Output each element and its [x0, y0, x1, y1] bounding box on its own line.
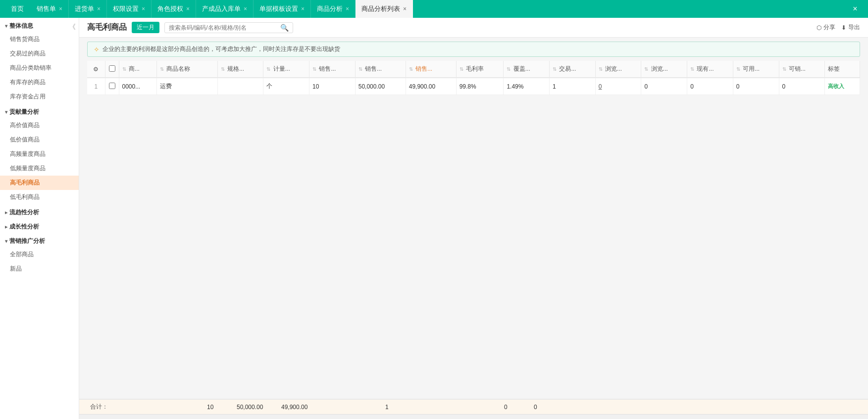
row-checkbox[interactable] — [109, 83, 115, 89]
header-actions: ⬡ 分享 ⬇ 导出 — [817, 23, 860, 32]
sidebar-group-marketing[interactable]: ▾ 营销推广分析 — [0, 233, 79, 247]
nav-tab-template[interactable]: 单据模板设置 × — [254, 0, 311, 18]
sort-icon: ⇅ — [599, 66, 603, 72]
col-current-stock[interactable]: ⇅ 现有... — [687, 61, 733, 78]
footer-label: 合计： — [87, 403, 108, 411]
sort-icon: ⇅ — [460, 66, 463, 72]
export-button[interactable]: ⬇ 导出 — [841, 23, 860, 32]
col-tag[interactable]: 标签 — [825, 61, 860, 78]
horizontal-scrollbar[interactable] — [79, 414, 868, 419]
period-button[interactable]: 近一月 — [132, 22, 159, 33]
cell-coverage: 1.49% — [504, 78, 550, 95]
footer-trade-count: 1 — [382, 404, 412, 411]
sidebar-group-overall[interactable]: ▾ 整体信息 — [0, 18, 79, 32]
col-coverage[interactable]: ⇅ 覆盖... — [504, 61, 550, 78]
col-gross-rate[interactable]: ⇅ 毛利率 — [456, 61, 504, 78]
table-row: 1 0000... 运费 个 10 50,000.00 49,900.00 99… — [87, 78, 860, 95]
chevron-down-icon: ▾ — [5, 238, 7, 244]
sidebar-item-inventory-goods[interactable]: 有库存的商品 — [0, 75, 79, 90]
table-wrapper: ⚙ ⇅ 商... ⇅ 商品名称 — [79, 61, 868, 399]
sidebar-group-wealth[interactable]: ▾ 贡献量分析 — [0, 104, 79, 118]
footer-available: 0 — [501, 404, 531, 411]
sidebar-item-low-margin[interactable]: 低毛利商品 — [0, 190, 79, 204]
col-browse2[interactable]: ⇅ 浏览... — [641, 61, 687, 78]
close-icon[interactable]: × — [346, 5, 349, 12]
sidebar-collapse-button[interactable]: 《 — [69, 23, 76, 32]
chevron-down-icon: ▾ — [5, 109, 7, 115]
footer-saleable: 0 — [531, 404, 561, 411]
close-icon[interactable]: × — [186, 5, 190, 12]
col-browse1[interactable]: ⇅ 浏览... — [595, 61, 641, 78]
close-icon[interactable]: × — [142, 5, 145, 12]
sidebar-item-inventory-occupy[interactable]: 库存资金占用 — [0, 90, 79, 104]
col-sales-qty[interactable]: ⇅ 销售... — [309, 61, 356, 78]
content-area: 高毛利商品 近一月 🔍 ⬡ 分享 ⬇ 导出 ✧ 企业的主要的利润都是这部分商品创… — [79, 18, 868, 419]
close-icon[interactable]: × — [97, 5, 101, 12]
sidebar-item-all-goods[interactable]: 全部商品 — [0, 247, 79, 262]
select-all-checkbox[interactable] — [109, 65, 115, 72]
nav-tab-analysis[interactable]: 商品分析 × — [311, 0, 356, 18]
col-spec[interactable]: ⇅ 规格... — [217, 61, 263, 78]
data-table: ⚙ ⇅ 商... ⇅ 商品名称 — [87, 61, 860, 95]
page-title: 高毛利商品 — [87, 22, 127, 33]
col-sales-amount[interactable]: ⇅ 销售... — [355, 61, 406, 78]
search-icon[interactable]: 🔍 — [280, 24, 289, 32]
cell-browse1[interactable]: 0 — [595, 78, 641, 95]
cell-saleable: 0 — [779, 78, 825, 95]
close-icon[interactable]: × — [59, 5, 62, 12]
sidebar-item-traded-goods[interactable]: 交易过的商品 — [0, 47, 79, 61]
sidebar-item-high-value[interactable]: 高价值商品 — [0, 118, 79, 133]
close-icon[interactable]: × — [244, 5, 247, 12]
nav-tab-sales[interactable]: 销售单 × — [31, 0, 69, 18]
cell-tag: 高收入 — [825, 78, 860, 95]
cell-num: 1 — [87, 78, 105, 95]
search-input[interactable] — [169, 24, 280, 31]
info-text: 企业的主要的利润都是这部分商品创造的，可考虑加大推广，同时关注库存是不要出现缺货 — [102, 45, 340, 53]
sidebar-item-sales-goods[interactable]: 销售货商品 — [0, 32, 79, 47]
col-sales-cost[interactable]: ⇅ 销售... — [406, 61, 456, 78]
close-icon[interactable]: × — [301, 5, 305, 12]
cell-spec — [217, 78, 263, 95]
close-all-button[interactable]: × — [846, 0, 864, 18]
nav-tab-permissions[interactable]: 权限设置 × — [107, 0, 152, 18]
sort-icon: ⇅ — [507, 66, 511, 72]
col-name[interactable]: ⇅ 商品名称 — [156, 61, 217, 78]
footer-sales-amount: 50,000.00 — [234, 404, 278, 411]
col-settings[interactable]: ⚙ — [87, 61, 105, 78]
sidebar-item-low-value[interactable]: 低价值商品 — [0, 133, 79, 147]
col-available[interactable]: ⇅ 可用... — [733, 61, 779, 78]
col-trade-count[interactable]: ⇅ 交易... — [550, 61, 596, 78]
info-banner: ✧ 企业的主要的利润都是这部分商品创造的，可考虑加大推广，同时关注库存是不要出现… — [87, 42, 860, 57]
share-icon: ⬡ — [817, 24, 821, 31]
sort-icon: ⇅ — [690, 66, 694, 72]
nav-tab-analysis-list[interactable]: 商品分析列表 × — [356, 0, 413, 18]
nav-tab-products[interactable]: 产成品入库单 × — [196, 0, 254, 18]
nav-tab-roles[interactable]: 角色授权 × — [152, 0, 196, 18]
col-saleable[interactable]: ⇅ 可销... — [779, 61, 825, 78]
sidebar-item-new-goods[interactable]: 新品 — [0, 262, 79, 276]
share-button[interactable]: ⬡ 分享 — [817, 23, 835, 32]
cell-checkbox[interactable] — [105, 78, 119, 95]
content-header: 高毛利商品 近一月 🔍 ⬡ 分享 ⬇ 导出 — [79, 18, 868, 38]
close-icon[interactable]: × — [403, 5, 407, 12]
sidebar-group-growth[interactable]: ▸ 成长性分析 — [0, 219, 79, 233]
sort-icon: ⇅ — [160, 66, 164, 72]
col-checkbox[interactable] — [105, 61, 119, 78]
cell-current-stock: 0 — [687, 78, 733, 95]
sidebar-item-low-freq[interactable]: 低频量度商品 — [0, 161, 79, 176]
top-nav: 首页 销售单 × 进货单 × 权限设置 × 角色授权 × 产成品入库单 × 单据… — [0, 0, 868, 18]
cell-unit: 个 — [263, 78, 309, 95]
sidebar: 《 ▾ 整体信息 销售货商品 交易过的商品 商品分类助销率 有库存的商品 库存资… — [0, 18, 79, 419]
sidebar-item-high-margin[interactable]: 高毛利商品 — [0, 176, 79, 190]
sort-icon: ⇅ — [782, 66, 786, 72]
cell-sales-cost: 49,900.00 — [406, 78, 456, 95]
nav-tab-home[interactable]: 首页 — [4, 0, 31, 18]
col-unit[interactable]: ⇅ 计量... — [263, 61, 309, 78]
sidebar-item-segment-contrib[interactable]: 商品分类助销率 — [0, 61, 79, 75]
sidebar-item-high-freq[interactable]: 高频量度商品 — [0, 147, 79, 161]
sort-icon: ⇅ — [409, 66, 413, 72]
sort-icon: ⇅ — [122, 66, 126, 72]
nav-tab-purchase[interactable]: 进货单 × — [69, 0, 107, 18]
col-code[interactable]: ⇅ 商... — [119, 61, 156, 78]
sidebar-group-trend[interactable]: ▸ 流趋性分析 — [0, 204, 79, 219]
